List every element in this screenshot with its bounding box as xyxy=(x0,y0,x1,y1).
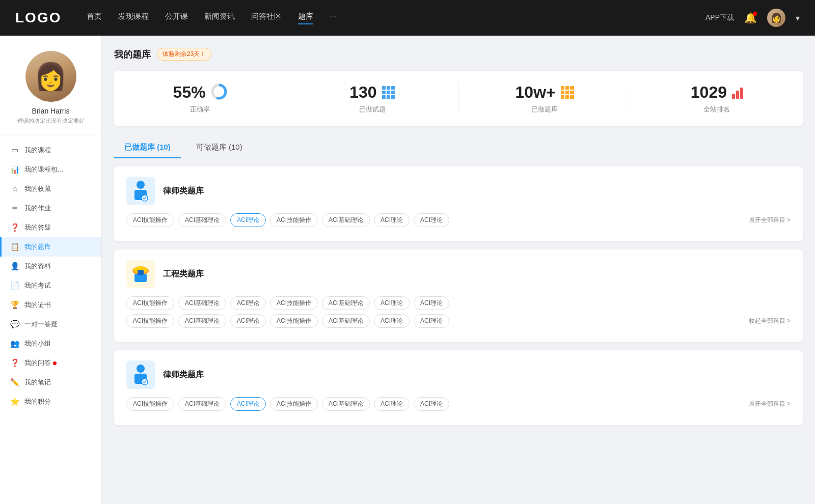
sidebar-item-group[interactable]: 👥 我的小组 xyxy=(0,334,101,353)
nav-link-discover[interactable]: 发现课程 xyxy=(118,12,149,24)
points-icon: ⭐ xyxy=(10,397,19,406)
qbank-header-3: 律师类题库 xyxy=(126,360,791,389)
qbank-card-1: 律师类题库 ACI技能操作 ACI基础理论 ACI理论 ACI技能操作 ACI基… xyxy=(114,166,803,241)
sidebar-item-coursepackage[interactable]: 📊 我的课程包... xyxy=(0,160,101,179)
tag-1-6[interactable]: ACI理论 xyxy=(374,213,410,227)
user-avatar-nav[interactable]: 👩 xyxy=(767,9,785,27)
user-section: 👩 Brian Harris 错误的决定比没有决定要好 xyxy=(0,46,101,135)
sidebar-item-profile[interactable]: 👤 我的资料 xyxy=(0,257,101,276)
sidebar-item-points[interactable]: ⭐ 我的积分 xyxy=(0,392,101,411)
stat-done-banks: 10w+ 已做题库 xyxy=(459,83,631,114)
nav-link-open[interactable]: 公开课 xyxy=(165,12,188,24)
sidebar-menu: ▭ 我的课程 📊 我的课程包... ☆ 我的收藏 ✏ 我的作业 ❓ 我的答疑 📋 xyxy=(0,135,101,416)
app-download-button[interactable]: APP下载 xyxy=(705,13,734,22)
trial-badge: 体验剩余23天！ xyxy=(157,48,211,61)
answers-icon: ❓ xyxy=(10,223,19,232)
stat-rank: 1029 全站排名 xyxy=(631,83,803,114)
tag-2b-4[interactable]: ACI技能操作 xyxy=(270,314,318,328)
tag-2b-5[interactable]: ACI基础理论 xyxy=(322,314,370,328)
tags-row-2a: ACI技能操作 ACI基础理论 ACI理论 ACI技能操作 ACI基础理论 AC… xyxy=(126,296,791,310)
stat-top-3: 10w+ xyxy=(469,83,620,102)
tag-1-5[interactable]: ACI基础理论 xyxy=(322,213,370,227)
tag-3-6[interactable]: ACI理论 xyxy=(374,397,410,411)
tag-1-1[interactable]: ACI技能操作 xyxy=(126,213,174,227)
tag-3-3[interactable]: ACI理论 xyxy=(230,397,266,411)
tag-2b-7[interactable]: ACI理论 xyxy=(414,314,449,328)
stat-correct-rate: 55% 正确率 xyxy=(114,83,286,114)
sidebar-item-qbank[interactable]: 📋 我的题库 xyxy=(0,237,101,257)
sidebar-item-exam[interactable]: 📄 我的考试 xyxy=(0,276,101,295)
sidebar-item-favorites[interactable]: ☆ 我的收藏 xyxy=(0,179,101,199)
stat-label-3: 已做题库 xyxy=(469,105,620,114)
tag-2b-3[interactable]: ACI理论 xyxy=(230,314,266,328)
tag-2a-1[interactable]: ACI技能操作 xyxy=(126,296,174,310)
qbank-icon-lawyer-1 xyxy=(126,177,155,205)
sidebar: 👩 Brian Harris 错误的决定比没有决定要好 ▭ 我的课程 📊 我的课… xyxy=(0,36,102,504)
sidebar-label-course: 我的课程 xyxy=(24,146,51,155)
tag-3-1[interactable]: ACI技能操作 xyxy=(126,397,174,411)
grid-blue-icon xyxy=(382,86,395,99)
sidebar-item-homework[interactable]: ✏ 我的作业 xyxy=(0,199,101,218)
expand-link-3[interactable]: 展开全部科目 > xyxy=(749,400,791,408)
sidebar-item-answers[interactable]: ❓ 我的答疑 xyxy=(0,218,101,237)
svg-point-9 xyxy=(137,365,145,373)
tag-1-3[interactable]: ACI理论 xyxy=(230,213,266,227)
sidebar-label-profile: 我的资料 xyxy=(24,262,51,271)
expand-link-1[interactable]: 展开全部科目 > xyxy=(749,216,791,225)
sidebar-label-notes: 我的笔记 xyxy=(24,378,51,387)
nav-logo: LOGO xyxy=(15,10,61,26)
qbank-header-1: 律师类题库 xyxy=(126,177,791,205)
nav-link-news[interactable]: 新闻资讯 xyxy=(204,12,235,24)
sidebar-item-1on1[interactable]: 💬 一对一答疑 xyxy=(0,315,101,334)
tag-2a-5[interactable]: ACI基础理论 xyxy=(322,296,370,310)
section-header: 我的题库 体验剩余23天！ xyxy=(114,48,803,61)
sidebar-label-favorites: 我的收藏 xyxy=(24,184,51,193)
tag-2a-4[interactable]: ACI技能操作 xyxy=(270,296,318,310)
nav-link-qbank[interactable]: 题库 xyxy=(298,12,313,24)
notification-bell[interactable]: 🔔 xyxy=(744,12,757,24)
nav-link-home[interactable]: 首页 xyxy=(87,12,102,24)
tag-2a-6[interactable]: ACI理论 xyxy=(374,296,410,310)
notification-dot xyxy=(753,12,757,16)
stat-top-2: 130 xyxy=(296,83,448,102)
sidebar-label-myqa: 我的问答 xyxy=(24,358,51,368)
tag-2a-7[interactable]: ACI理论 xyxy=(414,296,449,310)
tag-2a-2[interactable]: ACI基础理论 xyxy=(178,296,226,310)
sidebar-item-notes[interactable]: ✏️ 我的笔记 xyxy=(0,373,101,392)
nav-link-more[interactable]: ··· xyxy=(330,12,336,24)
tag-2b-1[interactable]: ACI技能操作 xyxy=(126,314,174,328)
sidebar-item-myqa[interactable]: ❓ 我的问答 xyxy=(0,353,101,373)
nav-link-qa[interactable]: 问答社区 xyxy=(251,12,282,24)
avatar-face: 👩 xyxy=(767,9,785,27)
tag-1-4[interactable]: ACI技能操作 xyxy=(270,213,318,227)
tag-1-2[interactable]: ACI基础理论 xyxy=(178,213,226,227)
homework-icon: ✏ xyxy=(10,204,19,213)
tab-done-banks[interactable]: 已做题库 (10) xyxy=(114,138,181,158)
tags-row-2b: ACI技能操作 ACI基础理论 ACI理论 ACI技能操作 ACI基础理论 AC… xyxy=(126,314,791,328)
tag-2a-3[interactable]: ACI理论 xyxy=(230,296,266,310)
profile-icon: 👤 xyxy=(10,262,19,271)
tag-3-4[interactable]: ACI技能操作 xyxy=(270,397,318,411)
sidebar-item-certificate[interactable]: 🏆 我的证书 xyxy=(0,295,101,315)
sidebar-label-answers: 我的答疑 xyxy=(24,223,51,232)
stat-value-3: 10w+ xyxy=(515,83,556,102)
stat-top-1: 55% xyxy=(124,83,276,102)
sidebar-label-exam: 我的考试 xyxy=(24,281,51,290)
group-icon: 👥 xyxy=(10,339,19,348)
collapse-link-2[interactable]: 收起全部科目 > xyxy=(749,317,791,325)
tag-2b-2[interactable]: ACI基础理论 xyxy=(178,314,226,328)
tag-3-7[interactable]: ACI理论 xyxy=(414,397,449,411)
stat-value-4: 1029 xyxy=(691,83,727,102)
qbank-header-2: 工程类题库 xyxy=(126,260,791,288)
tags-row-1: ACI技能操作 ACI基础理论 ACI理论 ACI技能操作 ACI基础理论 AC… xyxy=(126,213,791,227)
tag-3-5[interactable]: ACI基础理论 xyxy=(322,397,370,411)
qbank-title-2: 工程类题库 xyxy=(163,269,204,279)
tag-1-7[interactable]: ACI理论 xyxy=(414,213,449,227)
sidebar-item-course[interactable]: ▭ 我的课程 xyxy=(0,141,101,160)
svg-rect-7 xyxy=(134,274,147,282)
tab-available-banks[interactable]: 可做题库 (10) xyxy=(186,138,253,158)
tag-3-2[interactable]: ACI基础理论 xyxy=(178,397,226,411)
stat-value-1: 55% xyxy=(173,83,206,102)
user-dropdown-arrow[interactable]: ▾ xyxy=(796,13,800,23)
tag-2b-6[interactable]: ACI理论 xyxy=(374,314,410,328)
